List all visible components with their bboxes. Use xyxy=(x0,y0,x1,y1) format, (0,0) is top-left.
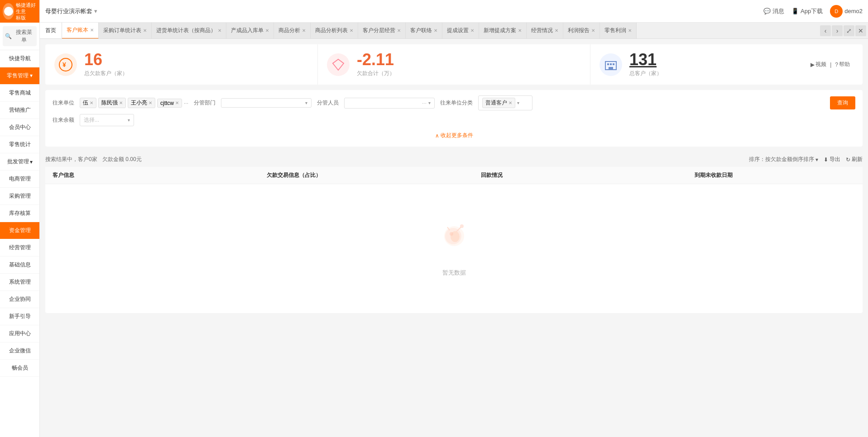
debt-amount: -2.11 xyxy=(357,52,395,68)
tab-new-commission[interactable]: 新增提成方案 ✕ xyxy=(479,23,527,39)
tab-purchase-order-stats[interactable]: 采购订单统计表 ✕ xyxy=(99,23,152,39)
building-icon xyxy=(599,53,622,76)
sidebar-item-app-center[interactable]: 应用中心 xyxy=(0,325,39,342)
tab-close-icon[interactable]: ✕ xyxy=(628,28,632,33)
sidebar-item-marketing[interactable]: 营销推广 xyxy=(0,102,39,119)
refresh-button[interactable]: ↻ 刷新 xyxy=(846,156,863,163)
category-filter-select[interactable]: 普通客户 ✕ ▾ xyxy=(478,95,532,110)
help-button[interactable]: ? 帮助 xyxy=(835,61,850,68)
tab-purchase-stats-product[interactable]: 进货单统计表（按商品） ✕ xyxy=(152,23,226,39)
account-selector[interactable]: 母婴行业演示帐套 ▾ xyxy=(45,7,97,15)
tab-operations[interactable]: 经营情况 ✕ xyxy=(527,23,563,39)
sidebar-item-member[interactable]: 会员中心 xyxy=(0,119,39,136)
sidebar-item-system[interactable]: 系统管理 xyxy=(0,274,39,291)
tab-customer-contact[interactable]: 客户联络 ✕ xyxy=(406,23,442,39)
tab-retail-profit[interactable]: 零售利润 ✕ xyxy=(600,23,637,39)
topbar-right: 💬 消息 📱 App下载 D demo2 xyxy=(763,5,863,18)
filter-row-2: 往来余额 选择... ▾ xyxy=(53,114,855,126)
tab-profit-report[interactable]: 利润报告 ✕ xyxy=(563,23,600,39)
dept-filter-label: 分管部门 xyxy=(194,99,216,107)
sidebar-item-wechat[interactable]: 企业微信 xyxy=(0,342,39,360)
tab-close-icon[interactable]: ✕ xyxy=(555,28,558,33)
tab-customer-ledger[interactable]: 客户账本 ✕ xyxy=(62,23,99,39)
tab-close-icon[interactable]: ✕ xyxy=(265,28,269,33)
sidebar: ¥ 畅捷通好生意 标版 🔍 搜索菜单 快捷导航 零售管理 ▾ 零售商城 营销推广… xyxy=(0,0,40,437)
result-actions: 排序：按欠款金额倒序排序 ▾ ⬇ 导出 ↻ 刷新 xyxy=(749,156,863,163)
sidebar-item-ecom[interactable]: 电商管理 xyxy=(0,171,39,188)
tab-close-icon[interactable]: ✕ xyxy=(218,28,221,33)
tab-close-icon[interactable]: ✕ xyxy=(470,28,474,33)
tab-commission-settings[interactable]: 提成设置 ✕ xyxy=(442,23,479,39)
sidebar-item-retail[interactable]: 零售管理 ▾ xyxy=(0,67,39,85)
logo-icon: ¥ xyxy=(3,3,14,19)
tab-close-icon[interactable]: ✕ xyxy=(350,28,353,33)
tabbar: 首页 客户账本 ✕ 采购订单统计表 ✕ 进货单统计表（按商品） ✕ 产成品入库单… xyxy=(40,23,868,39)
export-button[interactable]: ⬇ 导出 xyxy=(824,156,840,163)
sidebar-item-finance[interactable]: 资金管理 xyxy=(0,222,39,239)
app-download-button[interactable]: 📱 App下载 xyxy=(791,7,823,15)
tab-close-icon[interactable]: ✕ xyxy=(434,28,437,33)
tab-expand-button[interactable]: ⤢ xyxy=(844,25,854,36)
tab-product-analysis[interactable]: 商品分析 ✕ xyxy=(274,23,311,39)
sidebar-item-collab[interactable]: 企业协同 xyxy=(0,291,39,308)
sidebar-item-tutorial[interactable]: 新手引导 xyxy=(0,308,39,325)
sidebar-item-retail-mall[interactable]: 零售商城 xyxy=(0,85,39,102)
sidebar-item-inventory[interactable]: 库存核算 xyxy=(0,205,39,222)
overdue-count: 16 xyxy=(84,52,128,68)
person-filter-select[interactable]: ··· ▾ xyxy=(344,98,435,109)
tab-product-analysis-list[interactable]: 商品分析列表 ✕ xyxy=(311,23,358,39)
stat-overdue-info: 16 总欠款客户（家） xyxy=(84,52,128,77)
svg-point-15 xyxy=(460,224,464,228)
balance-filter-select[interactable]: 选择... ▾ xyxy=(80,114,134,126)
tab-home[interactable]: 首页 xyxy=(40,23,62,39)
unit-tag-cjttcw: cjttcw ✕ xyxy=(157,99,182,108)
dept-filter-select[interactable]: ▾ xyxy=(221,98,312,108)
stats-row: ¥ 16 总欠款客户（家） -2.11 欠款合计（万） xyxy=(45,44,863,85)
collapse-button[interactable]: ∧ 收起更多条件 xyxy=(435,132,473,139)
sort-select[interactable]: 排序：按欠款金额倒序排序 ▾ xyxy=(749,156,818,163)
unit-filter-label: 往来单位 xyxy=(53,99,74,107)
sidebar-item-operations[interactable]: 经营管理 xyxy=(0,239,39,256)
result-bar: 搜索结果中，客户0家 欠款金额 0.00元 排序：按欠款金额倒序排序 ▾ ⬇ 导… xyxy=(45,152,863,167)
user-profile[interactable]: D demo2 xyxy=(830,5,863,18)
unit-tag-wu: 伍 ✕ xyxy=(80,98,96,108)
empty-illustration xyxy=(436,220,472,265)
tab-product-inbound[interactable]: 产成品入库单 ✕ xyxy=(226,23,274,39)
sidebar-item-quicknav[interactable]: 快捷导航 xyxy=(0,50,39,67)
tabbar-controls: ‹ › ⤢ ✕ xyxy=(818,25,868,36)
unit-tag-cjttcw-close[interactable]: ✕ xyxy=(175,100,179,105)
tab-close-icon[interactable]: ✕ xyxy=(591,28,595,33)
filter-row-1: 往来单位 伍 ✕ 陈民强 ✕ 王小亮 ✕ cjttcw xyxy=(53,95,855,110)
sidebar-item-wholesale[interactable]: 批发管理 ▾ xyxy=(0,153,39,171)
tab-close-icon[interactable]: ✕ xyxy=(90,28,94,33)
sidebar-item-member-app[interactable]: 畅会员 xyxy=(0,360,39,377)
tab-close-icon[interactable]: ✕ xyxy=(518,28,522,33)
message-button[interactable]: 💬 消息 xyxy=(763,7,784,15)
video-button[interactable]: ▶ 视频 xyxy=(810,61,826,68)
query-button[interactable]: 查询 xyxy=(830,96,855,109)
unit-tag-chen: 陈民强 ✕ xyxy=(98,98,126,108)
tab-close-icon[interactable]: ✕ xyxy=(302,28,306,33)
col-repayment: 回款情况 xyxy=(481,171,695,179)
search-menu-button[interactable]: 🔍 搜索菜单 xyxy=(3,26,37,46)
tab-close-all-button[interactable]: ✕ xyxy=(855,25,866,36)
tab-close-icon[interactable]: ✕ xyxy=(397,28,401,33)
unit-tag-wu-close[interactable]: ✕ xyxy=(90,100,93,105)
category-tag-close[interactable]: ✕ xyxy=(508,100,512,105)
tab-customer-layer[interactable]: 客户分层经营 ✕ xyxy=(358,23,406,39)
refresh-icon: ↻ xyxy=(846,157,850,163)
svg-marker-4 xyxy=(333,59,344,70)
sidebar-item-basic-info[interactable]: 基础信息 xyxy=(0,256,39,274)
tab-close-icon[interactable]: ✕ xyxy=(143,28,147,33)
question-icon: ? xyxy=(835,62,838,68)
balance-placeholder: 选择... xyxy=(84,116,126,124)
tab-scroll-left-button[interactable]: ‹ xyxy=(820,25,831,36)
unit-tag-wang-close[interactable]: ✕ xyxy=(149,100,152,105)
sidebar-item-purchase[interactable]: 采购管理 xyxy=(0,188,39,205)
tab-scroll-right-button[interactable]: › xyxy=(832,25,843,36)
sidebar-item-retail-stats[interactable]: 零售统计 xyxy=(0,136,39,153)
message-icon: 💬 xyxy=(763,8,771,14)
col-due-date: 到期未收款日期 xyxy=(695,171,855,179)
unit-filter-more[interactable]: ··· xyxy=(184,100,188,106)
unit-tag-chen-close[interactable]: ✕ xyxy=(119,100,123,105)
